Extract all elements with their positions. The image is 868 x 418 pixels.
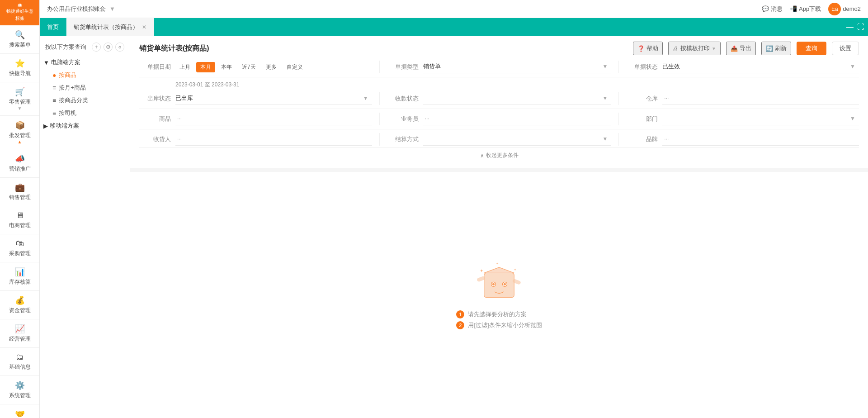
empty-hint-2: 2 用[过滤]条件来缩小分析范围 <box>456 321 542 329</box>
date-btn-custom[interactable]: 自定义 <box>283 62 307 72</box>
salesperson-dots[interactable]: ··· <box>425 115 429 122</box>
tab-close-btn[interactable]: ✕ <box>142 24 146 30</box>
panel-add-btn[interactable]: + <box>92 43 101 52</box>
panel-title: 按以下方案查询 <box>45 43 86 51</box>
department-arrow[interactable]: ▼ <box>850 115 855 122</box>
settlement-arrow[interactable]: ▼ <box>602 136 608 142</box>
brand-dots[interactable]: ··· <box>664 136 669 142</box>
help-btn[interactable]: ❓ 帮助 <box>633 42 663 55</box>
date-btn-this-year[interactable]: 本年 <box>217 62 236 72</box>
sidebar-item-finance[interactable]: 💰 资金管理 <box>0 291 39 319</box>
message-label: 消息 <box>771 5 783 13</box>
sidebar-item-inventory[interactable]: 📊 库存核算 <box>0 262 39 291</box>
sidebar-purchase-label: 采购管理 <box>9 250 31 257</box>
tab-sales-stat[interactable]: 销货单统计表（按商品） ✕ <box>66 18 154 36</box>
print-dropdown-icon: ▼ <box>712 46 716 51</box>
sidebar-item-search[interactable]: 🔍 搜索菜单 <box>0 25 39 54</box>
empty-state: ✦ ✦ ✦ 1 请先选择要分析的方案 2 用[过滤]条件来缩小分析范围 <box>130 172 868 418</box>
salesperson-label: 业务员 <box>387 115 423 123</box>
user-menu[interactable]: Ea demo2 <box>828 3 861 15</box>
export-btn[interactable]: 📤 导出 <box>726 42 756 55</box>
tree-node-active-icon: ● <box>52 71 56 79</box>
department-label: 部门 <box>626 115 662 123</box>
sidebar-item-operation[interactable]: 📈 经营管理 <box>0 319 39 348</box>
tree-node-by-product-cat-label: 按商品分类 <box>59 96 88 104</box>
user-avatar: Ea <box>828 3 841 15</box>
panel-settings-btn[interactable]: ⚙ <box>104 43 113 52</box>
app-download-label: App下载 <box>799 5 821 13</box>
help-label: 帮助 <box>646 44 658 52</box>
tree-node-by-product-cat[interactable]: ≡ 按商品分类 <box>47 94 130 107</box>
sidebar-item-purchase[interactable]: 🛍 采购管理 <box>0 234 39 262</box>
tree-node-icon-2: ≡ <box>52 97 56 104</box>
basic-icon: 🗂 <box>16 352 24 362</box>
sidebar-item-marketing[interactable]: 📣 营销推广 <box>0 149 39 178</box>
app-download-btn[interactable]: 📲 App下载 <box>790 5 821 13</box>
tab-minimize-btn[interactable]: — <box>846 23 854 31</box>
date-range-display: 2023-03-01 至 2023-03-31 <box>175 81 239 89</box>
sidebar-search-label: 搜索菜单 <box>9 41 31 49</box>
warehouse-dots[interactable]: ··· <box>664 95 669 101</box>
marketing-icon: 📣 <box>15 154 25 164</box>
finance-icon: 💰 <box>15 295 25 305</box>
date-btn-more[interactable]: 更多 <box>262 62 281 72</box>
tree-expand-icon: ▼ <box>43 59 49 66</box>
refresh-icon: 🔄 <box>766 45 773 52</box>
main-area: 办公用品行业模拟账套 ▼ 💬 消息 📲 App下载 Ea demo2 首页 <box>40 0 868 418</box>
tree-group-desktop-label: 电脑端方案 <box>51 58 80 66</box>
collapse-label: 收起更多条件 <box>486 152 519 159</box>
sidebar-item-cooperation[interactable]: 🤝 企业协同 <box>0 404 39 418</box>
date-btn-7days[interactable]: 近7天 <box>238 62 260 72</box>
sales-icon: 💼 <box>15 182 25 192</box>
sidebar-item-quicknav[interactable]: ⭐ 快捷导航 <box>0 54 39 82</box>
tree-node-by-month-product[interactable]: ≡ 按月+商品 <box>47 81 130 94</box>
template-print-btn[interactable]: 🖨 按模板打印 ▼ <box>668 42 721 55</box>
sidebar-item-basic[interactable]: 🗂 基础信息 <box>0 348 39 376</box>
collapse-btn[interactable]: ∧ 收起更多条件 <box>480 152 519 159</box>
query-btn[interactable]: 查询 <box>797 42 826 55</box>
out-status-arrow[interactable]: ▼ <box>363 95 368 101</box>
product-dots[interactable]: ··· <box>177 115 182 122</box>
tree-node-by-product[interactable]: ● 按商品 <box>47 69 130 81</box>
settings-btn[interactable]: 设置 <box>832 42 859 55</box>
message-btn[interactable]: 💬 消息 <box>762 5 783 13</box>
empty-illustration: ✦ ✦ ✦ <box>472 258 526 303</box>
chevron-down-icon: ▼ <box>18 106 22 111</box>
logo-icon: 好 <box>13 4 27 7</box>
tree-node-by-month-product-label: 按月+商品 <box>59 84 86 92</box>
sidebar-item-ecom[interactable]: 🖥 电商管理 <box>0 206 39 234</box>
export-icon: 📤 <box>731 45 738 52</box>
logo-area: 好 畅捷通好生意 标账 <box>0 0 39 25</box>
date-btn-last-month[interactable]: 上月 <box>175 62 194 72</box>
department-control: ▼ <box>662 113 859 125</box>
bill-type-label: 单据类型 <box>387 63 423 71</box>
svg-point-11 <box>504 283 506 285</box>
sidebar-marketing-label: 营销推广 <box>9 165 31 173</box>
ecom-icon: 🖥 <box>16 211 24 220</box>
panel-collapse-btn[interactable]: « <box>115 43 124 52</box>
bill-status-arrow[interactable]: ▼ <box>850 63 855 70</box>
tab-home[interactable]: 首页 <box>40 18 66 36</box>
chevron-up-icon: ▲ <box>18 139 22 144</box>
help-icon: ❓ <box>637 45 645 52</box>
workspace-dropdown-icon[interactable]: ▼ <box>109 5 115 12</box>
payment-status-arrow[interactable]: ▼ <box>602 95 608 101</box>
date-btn-this-month[interactable]: 本月 <box>196 62 215 72</box>
out-status-label: 出库状态 <box>139 95 175 103</box>
receiver-control: ··· <box>175 133 372 146</box>
tree-node-by-driver[interactable]: ≡ 按司机 <box>47 107 130 119</box>
receiver-dots[interactable]: ··· <box>177 136 182 142</box>
sidebar-item-sales[interactable]: 💼 销售管理 <box>0 178 39 206</box>
tree-group-mobile[interactable]: ▶ 移动端方案 <box>40 119 130 132</box>
tab-maximize-btn[interactable]: ⛶ <box>857 23 864 31</box>
date-label: 单据日期 <box>139 63 175 71</box>
tree-group-desktop[interactable]: ▼ 电脑端方案 <box>40 56 130 69</box>
sidebar-item-retail[interactable]: 🛒 零售管理 ▼ <box>0 82 39 116</box>
inventory-icon: 📊 <box>15 267 25 277</box>
panel-header-icons: + ⚙ « <box>92 43 124 52</box>
refresh-btn[interactable]: 🔄 刷新 <box>761 42 791 55</box>
logo-subtext: 标账 <box>15 15 24 22</box>
sidebar-item-system[interactable]: ⚙️ 系统管理 <box>0 376 39 404</box>
sidebar-item-wholesale[interactable]: 📦 批发管理 ▲ <box>0 116 39 149</box>
bill-type-arrow[interactable]: ▼ <box>602 63 608 70</box>
